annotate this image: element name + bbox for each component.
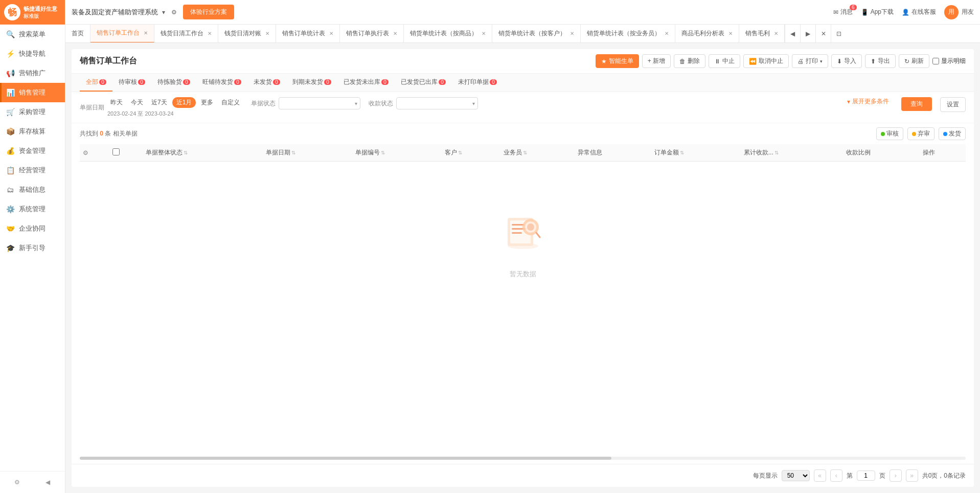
tab-close-sales-staff[interactable]: ✕ [665,31,669,36]
sidebar-item-system[interactable]: ⚙️ 系统管理 [0,199,65,219]
sidebar-item-operations[interactable]: 📋 经营管理 [0,161,65,180]
expand-more-btn[interactable]: ▾ 展开更多条件 [847,97,889,106]
print-btn[interactable]: 🖨 打印 ▾ [792,54,828,68]
per-page-select[interactable]: 102050100 [782,470,810,481]
pagination-last-btn[interactable]: » [906,469,918,482]
col-header-date[interactable]: 单据日期⇅ [263,144,352,162]
sidebar-item-base-info[interactable]: 🗂 基础信息 [0,180,65,199]
sidebar-item-guide[interactable]: 🎓 新手引导 [0,238,65,258]
date-btn-近1月[interactable]: 近1月 [172,97,196,108]
tab-margin-analysis[interactable]: 商品毛利分析表✕ [675,25,739,43]
payment-select[interactable] [396,97,478,109]
col-header-status[interactable]: 单据整体状态⇅ [143,144,263,162]
col-header-staff[interactable]: 业务员⇅ [500,144,575,162]
hscroll-thumb[interactable] [80,457,611,460]
sidebar-item-quick-nav[interactable]: ⚡ 快捷导航 [0,44,65,63]
tab-next-btn[interactable]: ▶ [800,25,815,43]
app-download-btn[interactable]: 📱 App下载 [861,8,894,16]
delete-btn[interactable]: 🗑 删除 [674,54,705,68]
industry-solution-btn[interactable]: 体验行业方案 [183,5,234,19]
refresh-btn[interactable]: ↻ 刷新 [899,54,929,68]
tab-close-margin-analysis[interactable]: ✕ [728,31,733,36]
suspend-btn[interactable]: ⏸ 中止 [709,54,740,68]
subtab-pending-inspect[interactable]: 待拣验货0 [151,74,196,92]
sidebar-settings-btn[interactable]: ⚙ [4,476,31,489]
tab-close-cash-reconcile[interactable]: ✕ [265,31,269,36]
sidebar-item-finance[interactable]: 💰 资金管理 [0,141,65,161]
tab-sales-product[interactable]: 销货单统计表（按商品）✕ [404,25,492,43]
cancel-review-btn[interactable]: 弃审 [907,127,935,140]
show-detail-checkbox[interactable] [932,58,939,64]
tab-cash-daily[interactable]: 钱货日清工作台✕ [154,25,218,43]
tab-prev-btn[interactable]: ◀ [785,25,800,43]
messages-btn[interactable]: ✉ 6 消息 [833,8,853,16]
suspend-icon: ⏸ [714,58,720,65]
tab-sales-profit[interactable]: 销售毛利✕ [739,25,785,43]
app-download-label: App下载 [871,8,894,16]
sidebar-item-inventory[interactable]: 📦 库存核算 [0,122,65,141]
tab-close-sales-profit[interactable]: ✕ [774,31,778,36]
sidebar-item-sales[interactable]: 📊 销售管理 [0,83,65,102]
import-btn[interactable]: ⬇ 导入 [831,54,862,68]
subtab-all[interactable]: 全部0 [80,74,112,92]
add-btn[interactable]: + 新增 [642,54,671,68]
tab-home[interactable]: 首页 [65,25,90,43]
pagination-first-btn[interactable]: « [814,469,826,482]
subtab-not-printed[interactable]: 未打印单据0 [452,74,503,92]
date-btn-自定义[interactable]: 自定义 [218,97,243,108]
status-select[interactable] [279,97,360,109]
online-service-btn[interactable]: 👤 在线客服 [902,8,936,16]
sidebar-collapse-btn[interactable]: ◀ [35,476,61,489]
subtab-wangpu-pending[interactable]: 旺铺待发货0 [196,74,247,92]
col-header-number[interactable]: 单据编号⇅ [352,144,442,162]
date-btn-今天[interactable]: 今天 [128,97,146,108]
col-header-amount[interactable]: 订单金额⇅ [651,144,741,162]
date-btn-昨天[interactable]: 昨天 [107,97,126,108]
date-btn-更多[interactable]: 更多 [198,97,216,108]
review-btn[interactable]: 审核 [876,127,903,140]
tab-sales-exec[interactable]: 销售订单执行表✕ [340,25,404,43]
subtab-shipped-not-in[interactable]: 已发货未出库0 [337,74,395,92]
user-info[interactable]: 用 用友 [944,5,974,19]
tab-close-sales-product[interactable]: ✕ [482,31,486,36]
tab-sales-stats[interactable]: 销售订单统计表✕ [276,25,340,43]
tab-cash-reconcile[interactable]: 钱货日清对账✕ [218,25,276,43]
col-header-collected[interactable]: 累计收款...⇅ [741,144,843,162]
settings-btn[interactable]: 设置 [940,97,966,112]
page-input[interactable] [857,470,875,481]
sidebar-item-marketing[interactable]: 📢 营销推广 [0,63,65,83]
ship-btn[interactable]: 发货 [939,127,966,140]
system-dropdown[interactable]: ▾ [162,9,165,16]
show-detail-label[interactable]: 显示明细 [932,57,966,65]
cancel-suspend-btn[interactable]: ⏪ 取消中止 [743,54,789,68]
sidebar-item-enterprise[interactable]: 🤝 企业协同 [0,219,65,238]
tab-sales-workbench[interactable]: 销售订单工作台✕ [90,25,154,43]
sidebar-item-purchase[interactable]: 🛒 采购管理 [0,102,65,122]
select-all-checkbox[interactable] [112,148,120,155]
subtab-pending-review[interactable]: 待审核0 [112,74,151,92]
tab-close-all-btn[interactable]: ✕ [815,25,831,43]
tab-sales-staff[interactable]: 销货单统计表（按业务员）✕ [581,25,675,43]
pagination-next-btn[interactable]: › [890,469,902,482]
query-btn[interactable]: 查询 [901,97,932,111]
subtab-expired-not-shipped[interactable]: 到期未发货0 [286,74,337,92]
tab-maximize-btn[interactable]: ⊡ [831,25,846,43]
pagination-prev-btn[interactable]: ‹ [830,469,842,482]
date-btn-近7天[interactable]: 近7天 [148,97,170,108]
col-header-customer[interactable]: 客户⇅ [442,144,500,162]
tab-close-sales-stats[interactable]: ✕ [329,31,333,36]
tab-label: 钱货日清对账 [224,29,261,38]
smart-create-btn[interactable]: ★ 智能生单 [596,54,639,68]
tab-close-sales-exec[interactable]: ✕ [393,31,397,36]
tab-close-cash-daily[interactable]: ✕ [208,31,212,36]
tab-close-sales-workbench[interactable]: ✕ [144,30,148,36]
sidebar-item-search[interactable]: 🔍 搜索菜单 [0,25,65,44]
topbar-settings-btn[interactable]: ⚙ [169,7,179,18]
subtab-not-shipped[interactable]: 未发货0 [247,74,286,92]
export-btn[interactable]: ⬆ 导出 [865,54,896,68]
per-page-label: 每页显示 [753,472,778,480]
tab-sales-customer[interactable]: 销货单统计表（按客户）✕ [492,25,581,43]
subtab-shipped-out[interactable]: 已发货已出库0 [395,74,452,92]
tab-close-sales-customer[interactable]: ✕ [570,31,574,36]
col-settings-icon[interactable]: ⚙ [83,149,88,156]
